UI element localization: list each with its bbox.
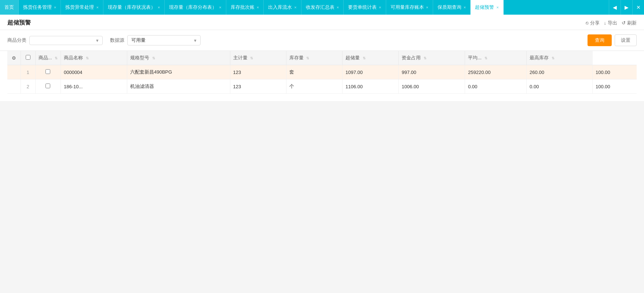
sort-icon: ⇅	[250, 56, 253, 60]
row-overstock: 1006.00	[399, 79, 465, 94]
close-icon[interactable]: ×	[426, 5, 428, 10]
nav-next-arrow[interactable]: ▶	[621, 0, 632, 15]
data-source-select[interactable]: 可用量 ▾	[127, 35, 201, 45]
nav-item-summary[interactable]: 收发存汇总表 ×	[301, 0, 344, 15]
th-stock[interactable]: 库存量 ⇅	[286, 51, 342, 65]
nav-item-stock-status[interactable]: 现存量（库存状况表） ×	[103, 0, 165, 15]
filter-group-commodity: 商品分类 ▾	[7, 36, 103, 45]
row-overstock: 997.00	[399, 65, 465, 79]
row-stock: 1106.00	[343, 79, 399, 94]
th-goods-code[interactable]: 商品... ⇅	[35, 51, 61, 65]
row-max-stock: 100.00	[593, 65, 637, 79]
th-goods-name-label: 商品名称	[64, 55, 83, 60]
export-button[interactable]: ↓ 导出	[604, 20, 618, 26]
nav-item-available[interactable]: 可用量库存账本 ×	[386, 0, 433, 15]
nav-label-available: 可用量库存账本	[391, 4, 424, 11]
chevron-down-icon: ▾	[194, 38, 197, 43]
nav-label-stock-dist: 现存量（库存分布表）	[169, 4, 217, 11]
nav-item-task[interactable]: 拣货任务管理 ×	[19, 0, 61, 15]
refresh-icon: ↺	[622, 20, 626, 26]
row-goods-name: 六配套新昌490BPG	[127, 65, 230, 79]
th-max-stock[interactable]: 最高库存 ⇅	[527, 51, 593, 65]
nav-prev-arrow[interactable]: ◀	[609, 0, 621, 15]
nav-item-overstock[interactable]: 超储预警 ×	[471, 0, 503, 15]
gear-icon[interactable]: ⚙	[12, 55, 16, 61]
close-icon[interactable]: ×	[464, 5, 466, 10]
th-unit-label: 主计量	[233, 55, 248, 60]
row-goods-name: 机油滤清器	[127, 79, 230, 94]
row-checkbox[interactable]	[45, 69, 50, 74]
close-icon[interactable]: ×	[496, 5, 498, 10]
nav-label-expiry: 保质期查询	[438, 4, 461, 11]
row-avg: 260.00	[527, 65, 593, 79]
th-overstock-label: 超储量	[345, 55, 360, 60]
th-goods-name[interactable]: 商品名称 ⇅	[61, 51, 127, 65]
row-gear-cell	[7, 79, 21, 94]
commodity-class-select[interactable]: ▾	[29, 36, 103, 45]
row-goods-code: 186-10...	[61, 79, 127, 94]
th-capital[interactable]: 资金占用 ⇅	[399, 51, 465, 65]
table-row: 1 0000004 六配套新昌490BPG 123 套 1097.00 997.…	[7, 65, 637, 79]
th-capital-label: 资金占用	[402, 55, 421, 60]
sort-icon: ⇅	[424, 56, 427, 60]
nav-label-flow: 出入库流水	[268, 4, 292, 11]
close-icon[interactable]: ×	[158, 5, 160, 10]
nav-item-flow[interactable]: 出入库流水 ×	[264, 0, 301, 15]
sort-icon: ⇅	[484, 56, 487, 60]
setting-button[interactable]: 设置	[615, 34, 637, 46]
top-nav: 首页 拣货任务管理 × 拣货异常处理 × 现存量（库存状况表） × 现存量（库存…	[0, 0, 644, 15]
sort-icon: ⇅	[55, 56, 58, 60]
close-icon[interactable]: ×	[54, 5, 56, 10]
export-icon: ↓	[604, 20, 607, 26]
nav-item-batch[interactable]: 库存批次账 ×	[226, 0, 264, 15]
row-goods-code: 0000004	[61, 65, 127, 79]
data-source-label: 数据源	[110, 37, 124, 44]
row-number: 2	[21, 79, 35, 94]
close-icon[interactable]: ×	[337, 5, 339, 10]
refresh-button[interactable]: ↺ 刷新	[622, 20, 637, 26]
th-goods-code-label: 商品...	[39, 55, 52, 60]
share-button[interactable]: ⎋ 分享	[586, 20, 600, 26]
sort-icon: ⇅	[306, 56, 309, 60]
nav-label-stock-status: 现存量（库存状况表）	[108, 4, 155, 11]
row-checkbox-cell	[35, 79, 61, 94]
th-stock-label: 库存量	[289, 55, 304, 60]
th-spec[interactable]: 规格型号 ⇅	[127, 51, 230, 65]
close-icon[interactable]: ×	[96, 5, 98, 10]
nav-item-expiry[interactable]: 保质期查询 ×	[433, 0, 471, 15]
data-source-value: 可用量	[131, 37, 146, 44]
row-max-stock: 100.00	[593, 79, 637, 94]
th-unit[interactable]: 主计量 ⇅	[230, 51, 286, 65]
sort-icon: ⇅	[152, 56, 155, 60]
th-overstock[interactable]: 超储量 ⇅	[343, 51, 399, 65]
close-icon[interactable]: ×	[257, 5, 259, 10]
nav-label-overstock: 超储预警	[475, 4, 494, 11]
nav-item-order-stat[interactable]: 要货单统计表 ×	[344, 0, 386, 15]
filter-actions: 查询 设置	[588, 34, 637, 46]
select-all-checkbox[interactable]	[26, 55, 30, 60]
nav-item-home[interactable]: 首页	[0, 0, 19, 15]
row-spec: 123	[230, 79, 286, 94]
close-icon[interactable]: ×	[294, 5, 296, 10]
nav-label-exception: 拣货异常处理	[65, 4, 94, 11]
nav-label-summary: 收发存汇总表	[306, 4, 334, 11]
close-icon[interactable]: ×	[219, 5, 221, 10]
header-actions: ⎋ 分享 ↓ 导出 ↺ 刷新	[586, 20, 637, 26]
nav-item-exception[interactable]: 拣货异常处理 ×	[61, 0, 103, 15]
row-checkbox[interactable]	[45, 84, 50, 88]
row-avg: 0.00	[527, 79, 593, 94]
nav-item-stock-dist[interactable]: 现存量（库存分布表） ×	[165, 0, 226, 15]
nav-close-all[interactable]: ✕	[632, 0, 644, 15]
th-max-stock-label: 最高库存	[530, 55, 549, 60]
row-gear-cell	[7, 65, 21, 79]
nav-label-batch: 库存批次账	[231, 4, 255, 11]
query-button[interactable]: 查询	[588, 34, 612, 46]
data-table: ⚙ 商品... ⇅ 商品名称 ⇅ 规格型号 ⇅ 主计量	[7, 51, 637, 94]
row-unit: 个	[286, 79, 342, 94]
th-avg[interactable]: 平均... ⇅	[465, 51, 527, 65]
th-spec-label: 规格型号	[130, 55, 149, 60]
close-icon[interactable]: ×	[379, 5, 381, 10]
checkbox-header	[21, 51, 35, 65]
nav-label-order-stat: 要货单统计表	[348, 4, 377, 11]
page-title: 超储预警	[7, 19, 31, 27]
